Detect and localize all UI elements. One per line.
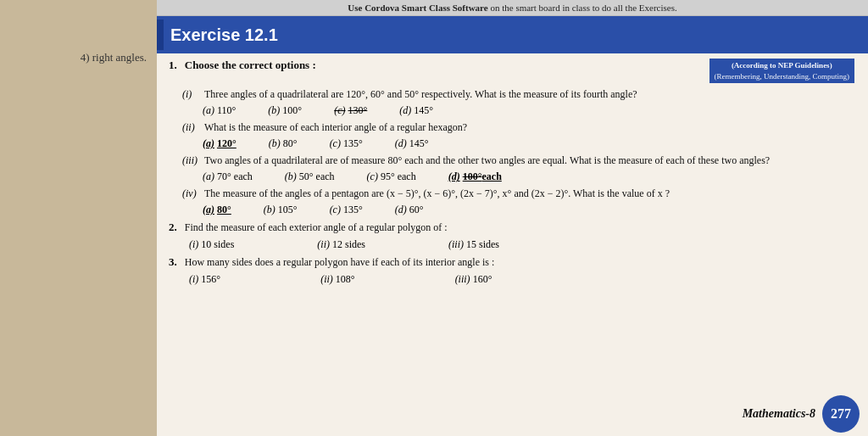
opt-iii-b: (b) 50° each [285, 170, 335, 183]
page-content: Use Cordova Smart Class Software on the … [157, 0, 868, 436]
s3-part-i: (i) 156° [189, 273, 220, 286]
opt-ii-d: (d) 145° [395, 137, 429, 150]
section3: 3. How many sides does a regular polygon… [169, 254, 854, 286]
q-i-options: (a) 110° (b) 100° (c) 130° (d) 145° [203, 104, 854, 117]
s2-part-iii: (iii) 15 sides [448, 238, 499, 251]
page-number: 277 [831, 406, 851, 422]
q-ii-num: (ii) [182, 121, 201, 134]
opt-iv-d: (d) 60° [395, 204, 424, 216]
footer: Mathematics-8 277 [157, 392, 868, 436]
opt-i-a: (a) 110° [203, 104, 236, 117]
q-ii-options: (a) 120° (b) 80° (c) 135° (d) 145° [203, 137, 854, 150]
section1-header: 1. Choose the correct options : (Accordi… [169, 59, 854, 83]
blue-bar [157, 20, 164, 50]
opt-iii-a: (a) 70° each [203, 170, 253, 183]
opt-i-c: (c) 130° [334, 104, 367, 117]
opt-ii-a: (a) 120° [203, 137, 236, 150]
q-i-row: (i) Three angles of a quadrilateral are … [182, 87, 854, 103]
q-i-num: (i) [182, 88, 201, 101]
opt-iv-b: (b) 105° [264, 204, 298, 216]
q-ii-text: What is the measure of each interior ang… [204, 120, 467, 135]
section2: 2. Find the measure of each exterior ang… [169, 220, 854, 251]
opt-i-d: (d) 145° [399, 104, 433, 117]
nep-box: (According to NEP Guidelines) (Rememberi… [709, 59, 854, 83]
exercise-title: Exercise 12.1 [170, 25, 278, 45]
q-iii-options: (a) 70° each (b) 50° each (c) 95° each (… [203, 170, 854, 183]
section2-parts: (i) 10 sides (ii) 12 sides (iii) 15 side… [189, 238, 854, 251]
q-iv-options: (a) 80° (b) 105° (c) 135° (d) 60° [203, 204, 854, 216]
q-i-text: Three angles of a quadrilateral are 120°… [204, 87, 637, 102]
nep-subtitle: (Remembering, Understanding, Computing) [715, 71, 849, 82]
banner-text: on the smart board in class to do all th… [488, 3, 677, 13]
q-iv-text: The measure of the angles of a pentagon … [204, 186, 670, 201]
section2-num: 2. [169, 221, 177, 234]
q-iv-row: (iv) The measure of the angles of a pent… [182, 186, 854, 203]
section1-label-row: 1. Choose the correct options : [169, 59, 316, 72]
question-i: (i) Three angles of a quadrilateral are … [182, 87, 854, 117]
margin-note: 4) right angles. [81, 51, 147, 64]
left-margin: 4) right angles. [0, 0, 157, 436]
q-iii-num: (iii) [182, 154, 201, 167]
opt-iii-c: (c) 95° each [367, 170, 416, 183]
q-iv-num: (iv) [182, 187, 201, 200]
s2-part-ii: (ii) 12 sides [317, 238, 365, 251]
opt-iii-d: (d) 100° each [448, 170, 502, 183]
opt-iv-a: (a) 80° [203, 204, 231, 216]
footer-label: Mathematics-8 [743, 407, 815, 421]
exercise-header: Exercise 12.1 [157, 16, 868, 53]
top-banner: Use Cordova Smart Class Software on the … [157, 0, 868, 16]
q-iii-text: Two angles of a quadrilateral are of mea… [204, 153, 770, 168]
q-iii-row: (iii) Two angles of a quadrilateral are … [182, 153, 854, 170]
opt-ii-b: (b) 80° [269, 137, 298, 150]
question-iv: (iv) The measure of the angles of a pent… [182, 186, 854, 216]
section2-text: Find the measure of each exterior angle … [185, 220, 448, 235]
nep-title: (According to NEP Guidelines) [715, 60, 849, 71]
opt-iv-c: (c) 135° [330, 204, 363, 216]
s3-part-ii: (ii) 108° [320, 273, 354, 286]
section3-row: 3. How many sides does a regular polygon… [169, 254, 854, 271]
s2-part-i: (i) 10 sides [189, 238, 234, 251]
section1-text: Choose the correct options : [185, 59, 316, 72]
content-area: 1. Choose the correct options : (Accordi… [157, 57, 868, 292]
section3-parts: (i) 156° (ii) 108° (iii) 160° [189, 273, 854, 286]
section1-num: 1. [169, 59, 177, 72]
section3-num: 3. [169, 255, 177, 269]
question-iii: (iii) Two angles of a quadrilateral are … [182, 153, 854, 183]
s3-part-iii: (iii) 160° [455, 273, 492, 286]
q-ii-row: (ii) What is the measure of each interio… [182, 120, 854, 137]
section2-row: 2. Find the measure of each exterior ang… [169, 220, 854, 237]
opt-ii-c: (c) 135° [330, 137, 363, 150]
question-ii: (ii) What is the measure of each interio… [182, 120, 854, 150]
banner-bold: Use Cordova Smart Class Software [348, 3, 487, 13]
page-number-badge: 277 [822, 395, 860, 433]
opt-i-b: (b) 100° [268, 104, 302, 117]
section3-text: How many sides does a regular polygon ha… [185, 254, 495, 270]
